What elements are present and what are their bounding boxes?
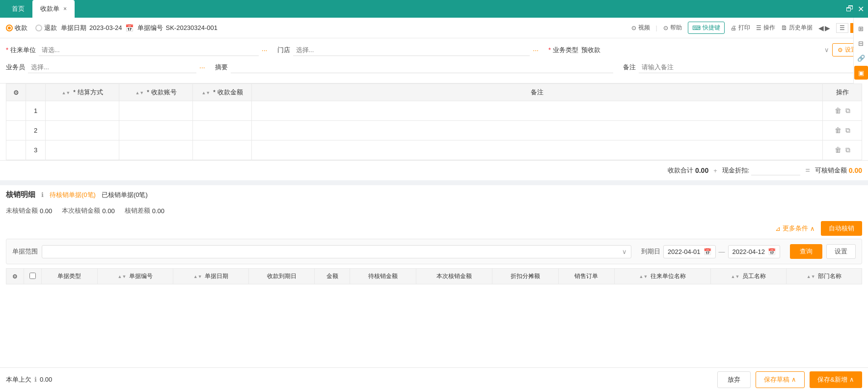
row3-amount[interactable]	[193, 140, 252, 160]
view-list-btn[interactable]: ☰	[836, 23, 848, 33]
bt-dept-header: ▲▼ 部门名称	[786, 269, 862, 284]
right-panel-btn4[interactable]: ▣	[854, 66, 868, 80]
bt-discount-header: 折扣分摊额	[492, 269, 559, 284]
discount-sum-item: 现金折扣:	[722, 166, 801, 175]
remark-input[interactable]	[639, 61, 862, 73]
abandon-btn[interactable]: 放弃	[717, 371, 751, 388]
more-filter-btn[interactable]: ⊿ 更多条件 ∧	[775, 224, 815, 233]
tab-receipt[interactable]: 收款单 ×	[32, 0, 75, 18]
business-type-arrow[interactable]: ∨	[824, 46, 829, 54]
verification-title: 核销明细	[6, 190, 35, 199]
row3-remark[interactable]	[252, 140, 823, 160]
bt-select-all[interactable]	[29, 273, 36, 279]
date-value[interactable]: 2023-03-24	[89, 24, 122, 31]
number-group: 单据编号 SK-20230324-001	[137, 24, 218, 32]
pending-link[interactable]: 待核销单据(0笔)	[50, 191, 96, 199]
verification-info-icon[interactable]: ℹ	[41, 191, 44, 198]
range-select[interactable]: ∨	[42, 245, 631, 258]
discount-input[interactable]	[751, 166, 800, 175]
row3-copy-icon[interactable]: ⧉	[845, 146, 850, 154]
row3-action: 🗑 ⧉	[823, 140, 862, 160]
store-ellipsis[interactable]: ···	[533, 46, 539, 54]
shortcut-btn[interactable]: ⌨ 快捷键	[688, 22, 725, 34]
right-panel-icon4: ▣	[858, 69, 864, 77]
row2-remark[interactable]	[252, 121, 823, 140]
summary-input[interactable]	[231, 61, 613, 73]
row2-copy-icon[interactable]: ⧉	[845, 126, 850, 135]
prev-arrow[interactable]: ◀	[818, 24, 824, 32]
help-btn[interactable]: ⊙ 帮助	[663, 24, 682, 32]
row2-settlement[interactable]	[46, 121, 119, 140]
next-arrow[interactable]: ▶	[825, 24, 830, 32]
counterpart-ellipsis[interactable]: ···	[262, 46, 268, 54]
summary-field: 摘要	[215, 61, 613, 73]
toolbar-row: 收款 退款 单据日期 2023-03-24 📅 单据编号 SK-20230324…	[0, 18, 868, 38]
table-account-header: ▲▼ * 收款账号	[119, 84, 193, 101]
store-input[interactable]	[293, 44, 530, 56]
row3-account[interactable]	[119, 140, 193, 160]
table-remark-header: 备注	[252, 84, 823, 101]
staff-ellipsis[interactable]: ···	[199, 63, 205, 71]
calendar-icon[interactable]: 📅	[125, 24, 134, 32]
bottom-info-icon[interactable]: ℹ	[34, 376, 37, 383]
verification-section: 核销明细 ℹ 待核销单据(0笔) 已核销单据(0笔) 未核销金额 0.00 本次…	[0, 185, 868, 289]
right-panel-btn1[interactable]: ⊞	[854, 22, 868, 35]
history-btn[interactable]: 🖺 历史单据	[781, 24, 813, 32]
staff-input[interactable]	[28, 61, 196, 73]
counterpart-input[interactable]	[39, 44, 259, 56]
table-row: 2 🗑 ⧉	[6, 121, 862, 140]
video-btn[interactable]: ⊙ 视频	[631, 24, 650, 32]
save-draft-btn[interactable]: 保存草稿 ∧	[756, 371, 805, 388]
row1-copy-icon[interactable]: ⧉	[845, 107, 850, 115]
row1-delete-icon[interactable]: 🗑	[835, 107, 841, 115]
settings-label2: 设置	[835, 248, 847, 255]
staff-field: 业务员 ···	[6, 61, 205, 73]
row2-amount[interactable]	[193, 121, 252, 140]
bt-checkbox-header[interactable]	[24, 269, 42, 284]
settings-btn2[interactable]: 设置	[826, 244, 856, 259]
row1-settlement[interactable]	[46, 101, 119, 121]
bt-settings-header[interactable]: ⚙	[6, 269, 24, 284]
verified-link[interactable]: 已核销单据(0笔)	[102, 191, 148, 199]
row1-amount[interactable]	[193, 101, 252, 121]
right-panel-icon1: ⊞	[858, 25, 864, 32]
tab-close-icon[interactable]: ×	[63, 5, 67, 12]
bt-staff-header: ▲▼ 员工名称	[710, 269, 786, 284]
row1-remark[interactable]	[252, 101, 823, 121]
bt-sales-label: 销售订单	[574, 273, 598, 279]
window-restore-icon[interactable]: 🗗	[846, 4, 854, 13]
row2-delete-icon[interactable]: 🗑	[835, 126, 841, 135]
window-close-icon[interactable]: ✕	[858, 4, 864, 14]
bt-settings-icon: ⚙	[12, 273, 18, 280]
action-btn[interactable]: ☰ 操作	[756, 24, 775, 32]
number-value[interactable]: SK-20230324-001	[166, 24, 218, 31]
unverified-label: 未核销金额	[6, 206, 38, 215]
save-new-btn[interactable]: 保存&新增 ∧	[810, 371, 862, 388]
query-btn[interactable]: 查询	[790, 244, 822, 259]
radio-refund[interactable]: 退款	[35, 24, 57, 32]
print-btn[interactable]: 🖨 打印	[731, 24, 750, 32]
counterpart-field: 往来单位 ···	[6, 44, 268, 56]
tab-home[interactable]: 首页	[4, 0, 32, 18]
row3-delete-icon[interactable]: 🗑	[835, 146, 841, 154]
right-panel-btn2[interactable]: ⊟	[854, 36, 868, 50]
bottom-actions: 放弃 保存草稿 ∧ 保存&新增 ∧	[717, 371, 862, 388]
date-end-input[interactable]: 2022-04-12 📅	[728, 245, 781, 258]
date-start-input[interactable]: 2022-04-01 📅	[663, 245, 716, 258]
table-settlement-header: ▲▼ * 结算方式	[46, 84, 119, 101]
form-row-2: 业务员 ··· 摘要 备注	[6, 61, 862, 73]
row3-settlement[interactable]	[46, 140, 119, 160]
range-field: 单据范围 ∨	[12, 245, 631, 258]
auto-verify-btn[interactable]: 自动核销	[821, 221, 862, 236]
right-panel-btn3[interactable]: 🔗	[854, 51, 868, 65]
save-draft-chevron: ∧	[791, 376, 796, 383]
date-end-value: 2022-04-12	[732, 248, 765, 255]
sum-equals: =	[805, 166, 810, 175]
bt-discount-label: 折扣分摊额	[511, 273, 540, 279]
row2-num: 2	[26, 121, 46, 140]
row1-account[interactable]	[119, 101, 193, 121]
row2-account[interactable]	[119, 121, 193, 140]
store-field: 门店 ···	[277, 44, 539, 56]
radio-receipt[interactable]: 收款	[6, 24, 27, 32]
table-settings-header[interactable]: ⚙	[6, 84, 26, 101]
